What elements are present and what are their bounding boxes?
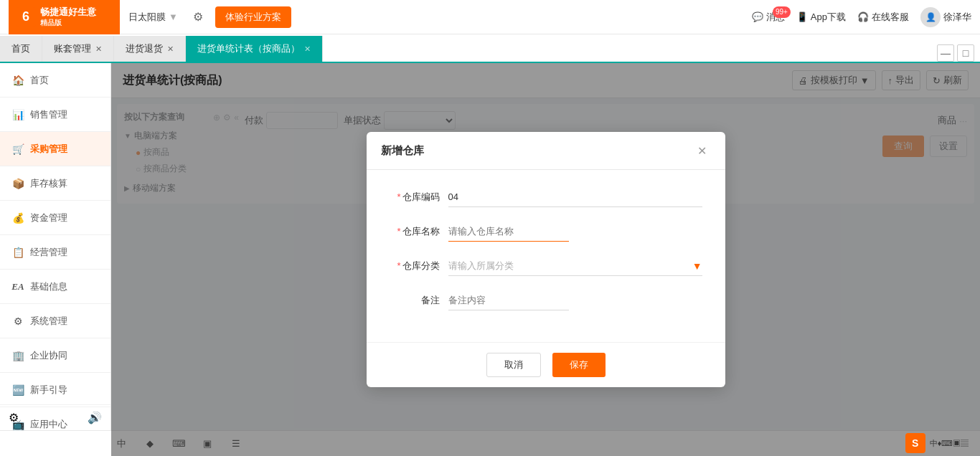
tab-purchase-stats-close-icon[interactable]: ✕ bbox=[304, 44, 311, 54]
sidebar-bottom: ⚙ 🔊 bbox=[0, 404, 110, 430]
tab-minimize-btn[interactable]: — bbox=[937, 44, 954, 62]
code-input[interactable] bbox=[448, 187, 569, 207]
trial-button[interactable]: 体验行业方案 bbox=[215, 6, 291, 28]
sidebar-item-inventory-label: 库存核算 bbox=[30, 177, 67, 190]
logo-main: 畅捷通好生意 bbox=[40, 6, 96, 19]
user-btn[interactable]: 👤 徐泽华 bbox=[920, 7, 971, 27]
sidebar-sound-icon[interactable]: 🔊 bbox=[88, 411, 102, 424]
modal-header: 新增仓库 ✕ bbox=[367, 132, 725, 170]
guide-icon: 🆕 bbox=[11, 384, 24, 396]
gear-button[interactable]: ⚙ bbox=[187, 6, 209, 29]
app-download-label: App下载 bbox=[811, 11, 846, 24]
message-icon: 💬 bbox=[752, 11, 763, 22]
remark-label: 备注 bbox=[390, 294, 440, 307]
sidebar-item-finance[interactable]: 💰 资金管理 bbox=[0, 201, 110, 235]
s-logo-area: S 中♦⌨▣▤ bbox=[894, 430, 980, 456]
home-icon: 🏠 bbox=[11, 74, 24, 87]
store-name: 日太阳膜 bbox=[128, 11, 166, 24]
online-service-btn[interactable]: 🎧 在线客服 bbox=[857, 11, 909, 24]
sidebar-item-base[interactable]: EA 基础信息 bbox=[0, 270, 110, 304]
tab-account-label: 账套管理 bbox=[54, 42, 91, 55]
sales-icon: 📊 bbox=[11, 108, 24, 121]
cancel-button[interactable]: 取消 bbox=[486, 353, 541, 377]
tab-account[interactable]: 账套管理 ✕ bbox=[42, 36, 114, 62]
sidebar-settings-icon[interactable]: ⚙ bbox=[9, 411, 19, 424]
tab-purchase-return-label: 进货退货 bbox=[126, 42, 163, 55]
add-warehouse-modal: 新增仓库 ✕ 仓库编码 仓库名称 bbox=[367, 132, 725, 387]
base-icon: EA bbox=[11, 280, 24, 293]
tab-maximize-btn[interactable]: □ bbox=[957, 44, 974, 62]
tab-purchase-return-close-icon[interactable]: ✕ bbox=[167, 44, 174, 54]
logo-icon: 6 bbox=[16, 7, 36, 27]
tab-home-label: 首页 bbox=[11, 42, 30, 55]
sidebar-item-home-label: 首页 bbox=[30, 74, 49, 87]
logo-text: 畅捷通好生意 精品版 bbox=[40, 6, 96, 28]
save-button[interactable]: 保存 bbox=[552, 353, 606, 377]
form-row-code: 仓库编码 bbox=[390, 187, 702, 207]
sidebar-item-sales[interactable]: 📊 销售管理 bbox=[0, 98, 110, 132]
online-service-label: 在线客服 bbox=[872, 11, 909, 24]
avatar: 👤 bbox=[920, 7, 941, 27]
modal-overlay: 新增仓库 ✕ 仓库编码 仓库名称 bbox=[111, 63, 980, 456]
code-input-box bbox=[448, 187, 702, 207]
header-right: 💬 消息 99+ 📱 App下载 🎧 在线客服 👤 徐泽华 bbox=[752, 7, 971, 27]
tab-bar: 首页 账套管理 ✕ 进货退货 ✕ 进货单统计表（按商品） ✕ — □ bbox=[0, 34, 980, 63]
name-label: 仓库名称 bbox=[390, 225, 440, 238]
sidebar-item-purchase-label: 采购管理 bbox=[30, 143, 67, 156]
ops-icon: 📋 bbox=[11, 246, 24, 259]
form-row-name: 仓库名称 bbox=[390, 222, 702, 242]
tab-home[interactable]: 首页 bbox=[0, 36, 42, 62]
sidebar-item-system[interactable]: ⚙ 系统管理 bbox=[0, 304, 110, 338]
store-selector[interactable]: 日太阳膜 ▼ bbox=[120, 0, 187, 34]
store-chevron-icon: ▼ bbox=[169, 11, 178, 22]
name-input[interactable] bbox=[448, 222, 569, 242]
sidebar-item-system-label: 系统管理 bbox=[30, 315, 67, 328]
s-logo-btn[interactable]: S bbox=[905, 433, 925, 453]
sidebar-item-ops[interactable]: 📋 经营管理 bbox=[0, 235, 110, 270]
app-download-btn[interactable]: 📱 App下载 bbox=[796, 11, 846, 24]
system-icon: ⚙ bbox=[11, 315, 24, 328]
message-badge: 99+ bbox=[773, 6, 791, 18]
mobile-icon: 📱 bbox=[796, 11, 808, 22]
form-row-remark: 备注 bbox=[390, 290, 702, 310]
headphone-icon: 🎧 bbox=[857, 11, 869, 22]
category-select[interactable]: 请输入所属分类 bbox=[448, 256, 692, 275]
modal-title: 新增仓库 bbox=[381, 144, 424, 158]
tab-bar-actions: — □ bbox=[931, 44, 980, 62]
main-layout: 🏠 首页 📊 销售管理 🛒 采购管理 📦 库存核算 💰 资金管理 📋 经营管理 … bbox=[0, 63, 980, 456]
code-label: 仓库编码 bbox=[390, 191, 440, 204]
content-area: 进货单统计(按商品) 🖨 按模板打印 ▼ ↑ 导出 ↻ 刷新 bbox=[111, 63, 980, 456]
sidebar-item-purchase[interactable]: 🛒 采购管理 bbox=[0, 132, 110, 166]
finance-icon: 💰 bbox=[11, 212, 24, 224]
modal-close-btn[interactable]: ✕ bbox=[694, 142, 711, 159]
message-btn[interactable]: 💬 消息 99+ bbox=[752, 11, 785, 24]
sidebar-item-guide[interactable]: 🆕 新手引导 bbox=[0, 373, 110, 407]
logo-area: 6 畅捷通好生意 精品版 bbox=[9, 0, 120, 34]
modal-footer: 取消 保存 bbox=[367, 342, 725, 387]
category-select-wrap: 请输入所属分类 ▼ bbox=[448, 256, 702, 276]
tab-purchase-stats[interactable]: 进货单统计表（按商品） ✕ bbox=[186, 36, 323, 62]
category-label: 仓库分类 bbox=[390, 260, 440, 272]
sidebar-item-inventory[interactable]: 📦 库存核算 bbox=[0, 166, 110, 201]
sidebar-item-home[interactable]: 🏠 首页 bbox=[0, 63, 110, 98]
remark-input[interactable] bbox=[448, 290, 569, 310]
sidebar-item-finance-label: 资金管理 bbox=[30, 212, 67, 224]
category-chevron-icon: ▼ bbox=[692, 260, 702, 272]
user-name: 徐泽华 bbox=[943, 11, 971, 24]
purchase-icon: 🛒 bbox=[11, 143, 24, 156]
inventory-icon: 📦 bbox=[11, 177, 24, 190]
remark-input-box bbox=[448, 290, 702, 310]
top-header: 6 畅捷通好生意 精品版 日太阳膜 ▼ ⚙ 体验行业方案 💬 消息 99+ 📱 … bbox=[0, 0, 980, 34]
s-logo-label: 中♦⌨▣▤ bbox=[930, 438, 969, 449]
sidebar-item-guide-label: 新手引导 bbox=[30, 384, 67, 396]
form-row-category: 仓库分类 请输入所属分类 ▼ bbox=[390, 256, 702, 276]
sidebar-item-base-label: 基础信息 bbox=[30, 280, 67, 293]
tab-purchase-return[interactable]: 进货退货 ✕ bbox=[114, 36, 186, 62]
modal-body: 仓库编码 仓库名称 仓库分 bbox=[367, 170, 725, 342]
sidebar-item-sales-label: 销售管理 bbox=[30, 108, 67, 121]
sidebar-item-enterprise-label: 企业协同 bbox=[30, 349, 67, 362]
sidebar-item-enterprise[interactable]: 🏢 企业协同 bbox=[0, 338, 110, 373]
enterprise-icon: 🏢 bbox=[11, 349, 24, 362]
tab-purchase-stats-label: 进货单统计表（按商品） bbox=[197, 42, 300, 55]
tab-account-close-icon[interactable]: ✕ bbox=[95, 44, 102, 54]
